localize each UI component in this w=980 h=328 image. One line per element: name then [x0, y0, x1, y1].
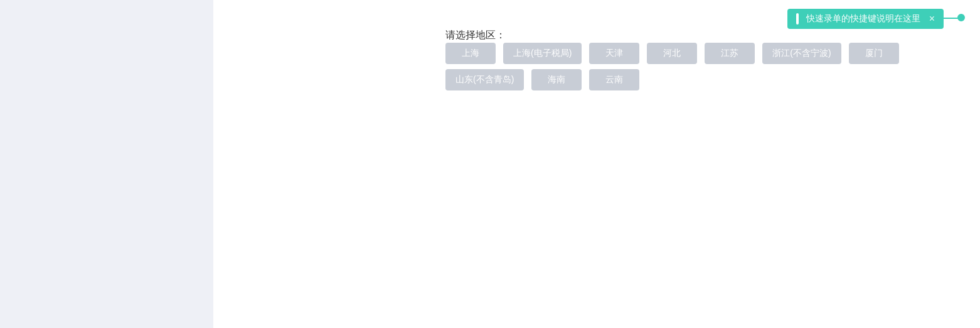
page-label: 请选择地区： [445, 29, 506, 42]
close-icon[interactable]: × [929, 13, 935, 25]
region-btn-xiamen[interactable]: 厦门 [849, 43, 899, 64]
region-btn-jiangsu[interactable]: 江苏 [705, 43, 755, 64]
region-btn-hainan[interactable]: 海南 [531, 69, 582, 90]
region-btn-shandong[interactable]: 山东(不含青岛) [445, 69, 524, 90]
region-btn-hebei[interactable]: 河北 [647, 43, 697, 64]
region-buttons-row2: 山东(不含青岛)海南云南 [445, 69, 639, 90]
region-btn-zhejiang[interactable]: 浙江(不含宁波) [762, 43, 841, 64]
region-buttons-row1: 上海上海(电子税局)天津河北江苏浙江(不含宁波)厦门 [445, 43, 899, 64]
dot-indicator [957, 14, 965, 21]
main-content: 请选择地区： 上海上海(电子税局)天津河北江苏浙江(不含宁波)厦门 山东(不含青… [213, 0, 980, 328]
sidebar [0, 0, 213, 328]
tooltip-banner: 快速录单的快捷键说明在这里 × [787, 9, 944, 29]
region-btn-shanghai[interactable]: 上海 [445, 43, 496, 64]
region-btn-yunnan[interactable]: 云南 [589, 69, 639, 90]
region-btn-tianjin[interactable]: 天津 [589, 43, 639, 64]
tooltip-text: 快速录单的快捷键说明在这里 [806, 13, 920, 25]
region-btn-shanghai-etax[interactable]: 上海(电子税局) [503, 43, 582, 64]
bar-accent-icon [796, 13, 799, 25]
